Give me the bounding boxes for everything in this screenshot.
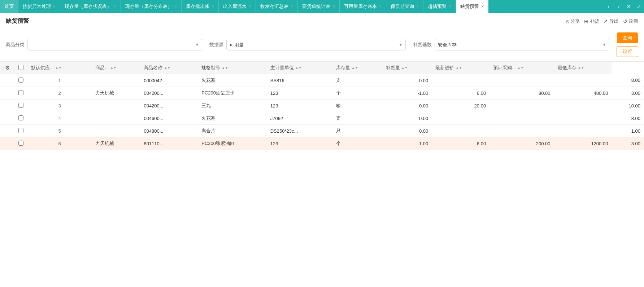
tab-close-stock-status[interactable]: × xyxy=(114,4,116,9)
row-min-stock-cell: 3.00 xyxy=(612,87,644,100)
row-spec-cell: 123 xyxy=(267,137,332,150)
row-product-name-cell: PC200张紧油缸 xyxy=(198,137,266,150)
tab-close-picking[interactable]: × xyxy=(53,4,56,9)
tab-stock-status[interactable]: 现存量（库存状况表） × xyxy=(60,0,121,13)
row-supplier-cell: 力天机械 xyxy=(92,87,140,100)
sort-price-icon: ▲▼ xyxy=(456,66,462,70)
data-table: ⚙ 默认供应... ▲▼ 商品... ▲▼ xyxy=(0,62,644,150)
tab-close-receive[interactable]: × xyxy=(291,4,293,9)
row-est-purchase-cell xyxy=(554,100,612,112)
row-est-purchase-cell: 480.00 xyxy=(554,87,612,100)
col-header-unit: 主计量单位 ▲▼ xyxy=(267,62,332,74)
row-replenish-cell xyxy=(432,125,489,137)
row-check-cell xyxy=(14,137,27,150)
col-header-min-stock: 最低库存 ▲▼ xyxy=(554,62,612,74)
refresh-button[interactable]: ↺ 刷新 xyxy=(623,18,638,25)
tab-batch-account[interactable]: 库存批次账 × xyxy=(182,0,219,13)
col-header-spec: 规格型号 ▲▼ xyxy=(198,62,266,74)
tab-close-expiry[interactable]: × xyxy=(416,4,419,9)
settings-button[interactable]: 设置 xyxy=(617,46,638,57)
replenish-base-label: 补货基数 xyxy=(413,41,432,48)
replenish-base-filter-group: 补货基数 安全库存 ▼ xyxy=(413,39,609,50)
row-latest-price-cell xyxy=(489,74,554,87)
query-button[interactable]: 查询 xyxy=(617,32,638,43)
tab-close-order[interactable]: × xyxy=(332,4,335,9)
row-spec-cell: 123 xyxy=(267,100,332,112)
row-product-code-cell: 004200... xyxy=(140,87,198,100)
table-row: 3 004200... 三九 123 箱 0.00 20.00 10.00 xyxy=(0,100,644,112)
row-checkbox-1[interactable] xyxy=(18,90,23,95)
category-select[interactable] xyxy=(27,39,202,50)
row-settings-cell xyxy=(0,74,14,87)
share-button[interactable]: ⎋ 分享 xyxy=(566,18,580,25)
tab-scroll-left-btn[interactable]: ‹ xyxy=(604,0,614,13)
row-settings-cell xyxy=(0,137,14,150)
tab-overstock-warning[interactable]: 超储预警 × xyxy=(423,0,456,13)
row-checkbox-5[interactable] xyxy=(18,141,23,146)
row-unit-cell: 箱 xyxy=(332,100,382,112)
tab-close-inout[interactable]: × xyxy=(249,4,251,9)
row-unit-cell: 支 xyxy=(332,112,382,125)
header-actions: ⎋ 分享 ⊞ 补货 ↗ 导出 ↺ 刷新 xyxy=(566,18,638,25)
row-stock-cell: 0.00 xyxy=(382,74,432,87)
row-est-purchase-cell: 1200.00 xyxy=(554,137,612,150)
row-checkbox-3[interactable] xyxy=(18,115,23,120)
row-min-stock-cell: 10.00 xyxy=(612,100,644,112)
row-supplier-cell xyxy=(92,125,140,137)
row-checkbox-0[interactable] xyxy=(18,78,23,83)
category-label: 商品分类 xyxy=(6,41,25,48)
tab-order-stat[interactable]: 要货单统计表 × xyxy=(298,0,340,13)
col-header-latest-price: 最新进价 ▲▼ xyxy=(432,62,489,74)
page-title: 缺货预警 xyxy=(6,17,29,25)
row-supplier-cell xyxy=(92,100,140,112)
table-header-row: ⚙ 默认供应... ▲▼ 商品... ▲▼ xyxy=(0,62,644,74)
row-checkbox-2[interactable] xyxy=(18,103,23,108)
sort-stock-icon: ▲▼ xyxy=(352,66,358,70)
row-settings-cell xyxy=(0,100,14,112)
tab-shortage-warning[interactable]: 缺货预警 × xyxy=(456,0,488,13)
row-stock-cell: 0.00 xyxy=(382,125,432,137)
tab-window-close-btn[interactable]: ✕ xyxy=(624,0,634,13)
row-num-cell: 4 xyxy=(27,112,92,125)
tab-scroll-right-btn[interactable]: › xyxy=(614,0,624,13)
row-check-cell xyxy=(14,74,27,87)
tab-expiry-query[interactable]: 保质期查询 × xyxy=(386,0,423,13)
sort-supplier-icon: ▲▼ xyxy=(55,66,62,70)
export-button[interactable]: ↗ 导出 xyxy=(604,18,619,25)
datasource-select[interactable]: 可用量 xyxy=(226,39,406,50)
row-settings-cell xyxy=(0,125,14,137)
row-stock-cell: -1.00 xyxy=(382,137,432,150)
table-row: 2 力天机械 004200... PC200油缸庄子 123 个 -1.00 6… xyxy=(0,87,644,100)
row-product-name-cell: 火花塞 xyxy=(198,74,266,87)
tab-close-batch[interactable]: × xyxy=(212,4,214,9)
row-spec-cell: J7092 xyxy=(267,112,332,125)
replenish-button[interactable]: ⊞ 补货 xyxy=(584,18,599,25)
tab-home[interactable]: 首页 xyxy=(0,0,18,13)
row-product-name-cell: 火花塞 xyxy=(198,112,266,125)
row-num-cell: 1 xyxy=(27,74,92,87)
datasource-select-wrapper: 可用量 ▼ xyxy=(226,39,406,50)
row-min-stock-cell: 8.00 xyxy=(612,74,644,87)
gear-settings-icon[interactable]: ⚙ xyxy=(5,65,10,71)
tab-inout-flow[interactable]: 出入库流水 × xyxy=(219,0,256,13)
tab-picking-exception[interactable]: 拣货异常处理 × xyxy=(18,0,60,13)
tab-receive-send[interactable]: 收发存汇总表 × xyxy=(256,0,298,13)
select-all-checkbox[interactable] xyxy=(18,65,23,70)
share-icon: ⎋ xyxy=(566,18,569,24)
tab-available-ledger[interactable]: 可用量库存账本 × xyxy=(340,0,386,13)
tab-close-stock-dist[interactable]: × xyxy=(174,4,177,9)
tab-stock-distribution[interactable]: 现存量（库存分布表） × xyxy=(121,0,182,13)
row-latest-price-cell xyxy=(489,125,554,137)
tab-close-overstock[interactable]: × xyxy=(449,4,451,9)
row-check-cell xyxy=(14,112,27,125)
tab-close-avail[interactable]: × xyxy=(379,4,382,9)
col-header-est-purchase: 预计采购... ▲▼ xyxy=(489,62,554,74)
row-replenish-cell: 6.00 xyxy=(432,87,489,100)
row-unit-cell: 只 xyxy=(332,125,382,137)
row-checkbox-4[interactable] xyxy=(18,128,23,133)
row-product-name-cell: PC200油缸庄子 xyxy=(198,87,266,100)
replenish-icon: ⊞ xyxy=(584,18,588,24)
tab-window-maximize-btn[interactable]: ⤢ xyxy=(634,0,644,13)
tab-close-shortage[interactable]: × xyxy=(481,4,484,9)
replenish-base-select[interactable]: 安全库存 xyxy=(435,39,609,50)
